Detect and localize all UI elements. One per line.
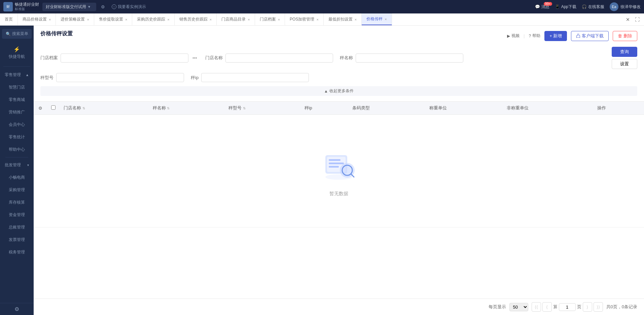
sidebar-item-purchase[interactable]: 采购管理 bbox=[2, 184, 32, 196]
sidebar-item-smart-store-label: 智慧门店 bbox=[9, 84, 25, 90]
settings-action-button[interactable]: 设置 bbox=[612, 59, 637, 69]
quick-nav-label: 快捷导航 bbox=[9, 54, 25, 60]
table-col-checkbox[interactable] bbox=[47, 102, 60, 115]
search-menu-label: 搜索菜单 bbox=[12, 31, 28, 37]
download-button[interactable]: 凸 客户端下载 bbox=[571, 31, 609, 41]
video-label: 视频 bbox=[511, 33, 520, 39]
filter-scale-name-input[interactable] bbox=[356, 54, 463, 63]
tab-price-settings-close-icon[interactable]: × bbox=[49, 18, 51, 22]
table-header-row: ⚙ 门店名称 ⇅ 秤名称 ⇅ 秤型号 ⇅ bbox=[34, 102, 644, 115]
tab-sales-history[interactable]: 销售历史价跟踪 × bbox=[175, 13, 217, 25]
sidebar-item-finance[interactable]: 资金管理 bbox=[2, 209, 32, 221]
search-menu-button[interactable]: 🔍 搜索菜单 bbox=[2, 29, 32, 39]
tab-cost-strategy-close-icon[interactable]: × bbox=[87, 18, 89, 22]
tab-expand-icon[interactable]: ⛶ bbox=[633, 15, 641, 24]
sidebar-item-retail-label: 零售管理 bbox=[5, 72, 21, 78]
table-col-weight-unit: 称重单位 bbox=[425, 102, 503, 115]
tab-sale-price[interactable]: 售价提取设置 × bbox=[94, 13, 132, 25]
page-last-button[interactable]: ⟩⟩ bbox=[594, 302, 603, 312]
tab-price-scale[interactable]: 价格传秤 × bbox=[362, 13, 392, 25]
demo-button[interactable]: ○ 我要看实例演示 bbox=[112, 4, 146, 10]
delete-button[interactable]: 🗑 删除 bbox=[613, 31, 637, 41]
user-area[interactable]: Ea 徐泽华修改 bbox=[610, 2, 641, 11]
sort-icon[interactable]: ⇅ bbox=[243, 106, 246, 110]
sort-icon[interactable]: ⇅ bbox=[82, 106, 85, 110]
top-bar-right: 💬 消息 99+ 📱 App下载 🎧 在线客服 Ea 徐泽华修改 bbox=[535, 2, 641, 11]
sort-icon[interactable]: ⇅ bbox=[167, 106, 170, 110]
page-input[interactable] bbox=[559, 303, 576, 311]
tab-home[interactable]: 首页 bbox=[0, 13, 18, 25]
filter-store-name-input[interactable] bbox=[225, 54, 333, 63]
app-download-label: App下载 bbox=[561, 4, 576, 10]
collapse-button[interactable]: ▲ 收起更多条件 bbox=[40, 86, 637, 96]
sidebar-item-smart-store[interactable]: 智慧门店 bbox=[2, 81, 32, 94]
sidebar-item-retail[interactable]: 零售管理 ▲ bbox=[2, 69, 32, 81]
sidebar-item-invoice-label: 发票管理 bbox=[9, 237, 25, 243]
select-all-checkbox[interactable] bbox=[51, 105, 56, 110]
column-settings-icon[interactable]: ⚙ bbox=[38, 106, 42, 111]
sidebar-item-help[interactable]: 帮助中心 bbox=[2, 143, 32, 156]
online-service-button[interactable]: 🎧 在线客服 bbox=[582, 4, 604, 10]
sidebar-item-xiaochangec[interactable]: 小畅电商 bbox=[2, 171, 32, 184]
video-button[interactable]: ▶ 视频 bbox=[507, 33, 520, 39]
filter-scale-ip-input[interactable] bbox=[201, 73, 309, 82]
add-button[interactable]: + 新增 bbox=[544, 31, 567, 41]
tab-min-discount-close-icon[interactable]: × bbox=[355, 18, 357, 22]
tab-sale-price-close-icon[interactable]: × bbox=[125, 18, 127, 22]
page-size-label: 每页显示 bbox=[489, 304, 506, 310]
page-size-select[interactable]: 10 20 50 100 bbox=[509, 303, 528, 311]
product-settings-icon[interactable]: ⚙ bbox=[98, 2, 108, 11]
tab-min-discount[interactable]: 最低折扣设置 × bbox=[324, 13, 362, 25]
tab-store-catalog-close-icon[interactable]: × bbox=[248, 18, 250, 22]
filter-action-buttons: 查询 设置 bbox=[612, 47, 637, 69]
page-actions: ▶ 视频 | ? 帮助 + 新增 凸 客户端下载 🗑 bbox=[507, 31, 637, 41]
message-button[interactable]: 💬 消息 99+ bbox=[535, 4, 549, 10]
sidebar-item-retail-stats[interactable]: 零售统计 bbox=[2, 131, 32, 143]
sidebar-divider-2 bbox=[5, 157, 28, 158]
help-label: 帮助 bbox=[532, 33, 540, 39]
tab-purchase-history[interactable]: 采购历史价跟踪 × bbox=[132, 13, 174, 25]
sidebar-item-member-label: 会员中心 bbox=[9, 122, 25, 128]
tab-price-scale-close-icon[interactable]: × bbox=[385, 17, 387, 21]
page-next-button[interactable]: ⟩ bbox=[583, 302, 592, 312]
sidebar-item-ledger[interactable]: 总账管理 bbox=[2, 221, 32, 234]
sidebar-item-quick-nav[interactable]: ⚡ 快捷导航 bbox=[2, 43, 32, 62]
tab-store-profile-close-icon[interactable]: × bbox=[278, 18, 280, 22]
collapse-label: 收起更多条件 bbox=[329, 88, 354, 94]
sidebar-item-tax-label: 税务管理 bbox=[9, 249, 25, 255]
tab-cost-strategy[interactable]: 进价策略设置 × bbox=[56, 13, 94, 25]
tab-sales-history-close-icon[interactable]: × bbox=[210, 18, 212, 22]
tab-purchase-history-close-icon[interactable]: × bbox=[167, 18, 169, 22]
sidebar-item-invoice[interactable]: 发票管理 bbox=[2, 234, 32, 246]
table-col-settings[interactable]: ⚙ bbox=[34, 102, 47, 115]
filter-scale-model-input[interactable] bbox=[56, 73, 184, 82]
page-prev-button[interactable]: ⟨ bbox=[542, 302, 552, 312]
app-download-button[interactable]: 📱 App下载 bbox=[555, 4, 576, 10]
sidebar-item-ecommerce[interactable]: 零售商城 bbox=[2, 94, 32, 106]
tab-store-profile[interactable]: 门店档案 × bbox=[255, 13, 285, 25]
sidebar-item-tax[interactable]: 税务管理 bbox=[2, 246, 32, 258]
tab-close-all-button[interactable]: ✕ bbox=[624, 15, 632, 24]
sidebar-settings-icon[interactable]: ⚙ bbox=[14, 306, 19, 312]
tab-price-settings[interactable]: 商品价格设置 × bbox=[18, 13, 56, 25]
sidebar-item-member[interactable]: 会员中心 bbox=[2, 118, 32, 131]
sidebar-item-marketing[interactable]: 营销推广 bbox=[2, 106, 32, 118]
page-first-button[interactable]: ⟨⟨ bbox=[532, 302, 541, 312]
filter-store-file-input[interactable] bbox=[61, 54, 188, 63]
tab-price-settings-label: 商品价格设置 bbox=[23, 16, 47, 22]
tab-store-catalog[interactable]: 门店商品目录 × bbox=[217, 13, 255, 25]
user-initials: Ea bbox=[612, 5, 616, 9]
filter-row-1: 门店档案 ••• 门店名称 秤名称 查询 bbox=[40, 47, 637, 69]
sidebar-item-inventory[interactable]: 库存核算 bbox=[2, 196, 32, 209]
tab-pos-encryption[interactable]: POS加密管理 × bbox=[285, 13, 324, 25]
query-button[interactable]: 查询 bbox=[612, 47, 637, 57]
empty-text: 暂无数据 bbox=[329, 191, 348, 197]
filter-store-file-dots-icon[interactable]: ••• bbox=[191, 56, 199, 61]
page-label: 算 bbox=[553, 304, 558, 310]
table-col-scale-model: 秤型号 ⇅ bbox=[224, 102, 300, 115]
product-selector[interactable]: 好业财标准版交付试用 ▾ bbox=[42, 3, 96, 11]
sidebar-item-wholesale[interactable]: 批发管理 ▾ bbox=[2, 159, 32, 171]
help-button[interactable]: ? 帮助 bbox=[529, 33, 540, 39]
tab-pos-encryption-close-icon[interactable]: × bbox=[316, 18, 318, 22]
toolbar-separator: | bbox=[524, 33, 525, 38]
